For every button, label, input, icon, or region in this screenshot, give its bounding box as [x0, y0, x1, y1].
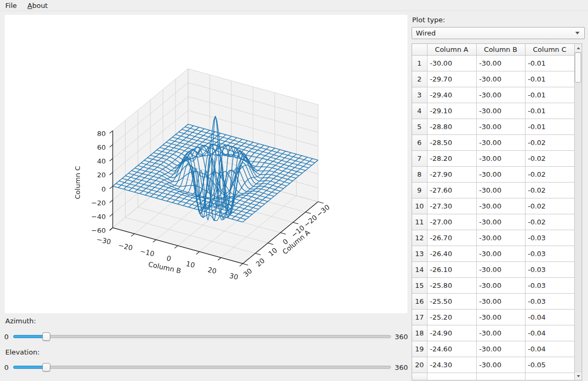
table-cell[interactable]: -25.50	[427, 294, 476, 310]
row-number-cell[interactable]: 6	[412, 135, 427, 151]
row-number-cell[interactable]: 15	[412, 278, 427, 294]
menu-item-file[interactable]: File	[0, 1, 22, 11]
table-cell[interactable]: -30.00	[476, 357, 525, 373]
row-number-cell[interactable]: 13	[412, 246, 427, 262]
row-number-cell[interactable]: 2	[412, 71, 427, 87]
table-cell[interactable]: -0.03	[525, 246, 574, 262]
row-number-cell[interactable]: 10	[412, 198, 427, 214]
table-cell[interactable]: -30.00	[476, 198, 525, 214]
table-cell[interactable]: -26.10	[427, 262, 476, 278]
table-cell[interactable]: -30.00	[476, 87, 525, 103]
row-number-cell[interactable]: 4	[412, 103, 427, 119]
menu-item-about[interactable]: About	[22, 1, 53, 11]
row-number-cell[interactable]: 16	[412, 294, 427, 310]
table-cell[interactable]: -30.00	[476, 214, 525, 230]
elevation-slider-handle[interactable]	[42, 363, 50, 371]
table-cell[interactable]: -0.04	[525, 325, 574, 341]
table-cell[interactable]: -28.20	[427, 151, 476, 167]
scrollbar-thumb[interactable]	[575, 52, 581, 83]
row-number-cell[interactable]: 7	[412, 151, 427, 167]
table-row: 12-26.70-30.00-0.03	[412, 230, 574, 246]
table-cell[interactable]: -30.00	[476, 183, 525, 198]
table-cell[interactable]: -30.00	[476, 151, 525, 167]
row-number-cell[interactable]: 8	[412, 167, 427, 183]
table-cell	[412, 373, 427, 380]
table-cell[interactable]: -0.05	[525, 357, 574, 373]
table-cell[interactable]: -30.00	[476, 135, 525, 151]
table-cell[interactable]: -25.80	[427, 278, 476, 294]
vertical-scrollbar[interactable]	[574, 44, 582, 380]
scroll-down-button[interactable]	[575, 371, 582, 380]
table-cell[interactable]: -0.02	[525, 183, 574, 198]
row-number-cell[interactable]: 9	[412, 183, 427, 198]
table-cell[interactable]: -27.90	[427, 167, 476, 183]
column-b-header[interactable]: Column B	[476, 44, 525, 56]
table-cell[interactable]: -0.01	[525, 87, 574, 103]
table-cell[interactable]: -0.03	[525, 230, 574, 246]
table-cell[interactable]: -27.30	[427, 198, 476, 214]
row-number-cell[interactable]: 19	[412, 341, 427, 357]
table-cell[interactable]: -30.00	[476, 103, 525, 119]
row-number-cell[interactable]: 20	[412, 357, 427, 373]
column-a-header[interactable]: Column A	[427, 44, 476, 56]
azimuth-slider-handle[interactable]	[42, 332, 50, 341]
table-cell[interactable]: -29.10	[427, 103, 476, 119]
elevation-max-label: 360	[394, 364, 408, 371]
table-cell[interactable]: -0.01	[525, 119, 574, 135]
table-cell[interactable]: -30.00	[476, 230, 525, 246]
table-cell[interactable]: -24.30	[427, 357, 476, 373]
plot-type-dropdown[interactable]: Wired	[412, 27, 585, 39]
row-number-cell[interactable]: 14	[412, 262, 427, 278]
column-c-header[interactable]: Column C	[525, 44, 574, 56]
table-cell[interactable]: -28.80	[427, 119, 476, 135]
table-cell[interactable]: -30.00	[427, 56, 476, 71]
table-cell[interactable]: -30.00	[476, 71, 525, 87]
table-cell[interactable]: -30.00	[476, 246, 525, 262]
table-cell[interactable]: -0.02	[525, 214, 574, 230]
row-number-cell[interactable]: 18	[412, 325, 427, 341]
table-cell	[525, 373, 574, 380]
table-cell[interactable]: -30.00	[476, 310, 525, 325]
table-cell[interactable]: -30.00	[476, 294, 525, 310]
row-number-cell[interactable]: 11	[412, 214, 427, 230]
row-number-cell[interactable]: 17	[412, 310, 427, 325]
table-cell[interactable]: -0.01	[525, 56, 574, 71]
row-number-cell[interactable]: 12	[412, 230, 427, 246]
table-cell[interactable]: -0.03	[525, 278, 574, 294]
table-cell[interactable]: -30.00	[476, 119, 525, 135]
table-cell[interactable]: -26.70	[427, 230, 476, 246]
table-cell[interactable]: -30.00	[476, 278, 525, 294]
table-cell[interactable]: -30.00	[476, 56, 525, 71]
table-cell[interactable]: -0.02	[525, 151, 574, 167]
row-number-cell[interactable]: 1	[412, 56, 427, 71]
table-cell[interactable]: -27.00	[427, 214, 476, 230]
table-cell[interactable]: -29.70	[427, 71, 476, 87]
table-cell[interactable]: -0.02	[525, 198, 574, 214]
table-cell[interactable]: -28.50	[427, 135, 476, 151]
table-cell[interactable]: -0.04	[525, 310, 574, 325]
table-cell[interactable]: -0.01	[525, 103, 574, 119]
table-cell[interactable]: -24.90	[427, 325, 476, 341]
table-cell[interactable]: -30.00	[476, 262, 525, 278]
azimuth-slider-row: 0 360	[4, 332, 408, 341]
table-cell[interactable]: -0.03	[525, 262, 574, 278]
table-cell[interactable]: -29.40	[427, 87, 476, 103]
table-cell[interactable]: -0.01	[525, 71, 574, 87]
table-cell[interactable]: -30.00	[476, 167, 525, 183]
row-number-cell[interactable]: 3	[412, 87, 427, 103]
table-cell[interactable]: -25.20	[427, 310, 476, 325]
table-cell[interactable]: -24.60	[427, 341, 476, 357]
table-cell[interactable]: -0.02	[525, 167, 574, 183]
azimuth-slider[interactable]	[13, 335, 391, 338]
elevation-slider[interactable]	[13, 366, 391, 369]
table-cell[interactable]: -30.00	[476, 325, 525, 341]
table-cell[interactable]: -30.00	[476, 341, 525, 357]
row-number-cell[interactable]: 5	[412, 119, 427, 135]
table-cell[interactable]: -0.02	[525, 135, 574, 151]
table-cell[interactable]: -26.40	[427, 246, 476, 262]
table-cell[interactable]: -0.03	[525, 294, 574, 310]
table-cell[interactable]: -27.60	[427, 183, 476, 198]
scroll-up-button[interactable]	[575, 44, 582, 52]
table-cell[interactable]: -0.04	[525, 341, 574, 357]
corner-header-cell	[412, 44, 427, 56]
